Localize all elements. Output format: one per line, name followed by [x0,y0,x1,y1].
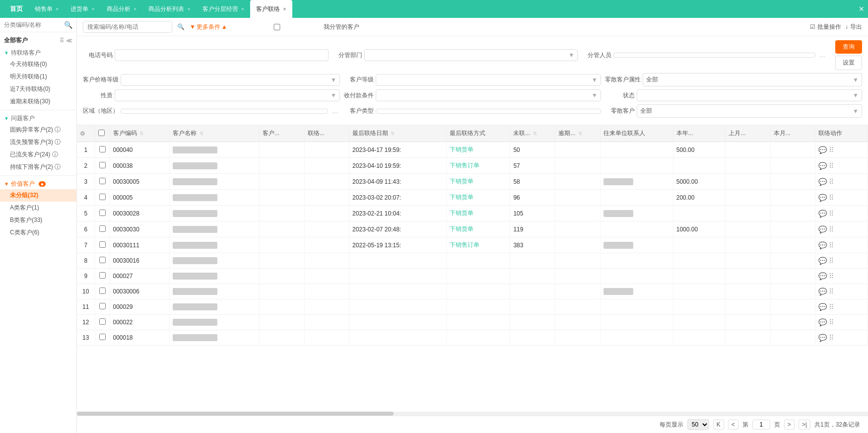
sidebar-item-7days[interactable]: 近7天待联络(0) [0,83,76,95]
query-button[interactable]: 查询 [835,40,862,54]
chat-icon[interactable]: 💬 [818,288,827,295]
grid-action-icon[interactable]: ⠿ [829,303,834,311]
cell-check[interactable] [95,330,110,346]
filter-select-scatter-customer[interactable]: 全部 ▼ [637,104,862,118]
sidebar-item-today[interactable]: 今天待联络(0) [0,58,76,71]
row-checkbox[interactable] [99,257,106,263]
th-code[interactable]: 客户编码 ⇅ [110,125,170,142]
cell-check[interactable] [95,315,110,330]
my-customers-checkbox-label[interactable]: 我分管的客户 [232,23,359,31]
close-customer-segment-tab[interactable]: × [241,6,244,12]
my-customers-checkbox[interactable] [232,24,322,30]
chat-icon[interactable]: 💬 [818,272,827,280]
filter-select-dept[interactable]: ▼ [364,49,578,61]
filter-select-customer-level[interactable]: ▼ [376,74,601,86]
sidebar-item-overdue[interactable]: 逾期未联络(30) [0,95,76,108]
th-uncontacted[interactable]: 未联... ⇅ [510,125,555,142]
more-conditions-btn[interactable]: ▼ 更多条件 ▲ [190,23,227,31]
grid-action-icon[interactable]: ⠿ [829,318,834,326]
close-product-analysis-tab[interactable]: × [134,6,136,12]
horizontal-scrollbar[interactable] [77,412,868,416]
th-this-year[interactable]: 本年... [673,125,726,142]
sidebar-item-group-b[interactable]: B类客户(33) [0,214,76,226]
export-btn[interactable]: ↓ 导出 [845,23,862,31]
filter-select-scatter-attr[interactable]: 全部 ▼ [643,73,862,86]
th-overdue[interactable]: 逾期... ⇅ [555,125,601,142]
select-all-checkbox[interactable] [98,130,105,136]
chat-icon[interactable]: 💬 [818,334,827,342]
th-type[interactable]: 客户... [260,125,304,142]
tab-product-analysis-list[interactable]: 商品分析列表 × [142,0,196,18]
grid-action-icon[interactable]: ⠿ [829,288,834,295]
th-last-month[interactable]: 上月... [726,125,770,142]
sidebar-group-problem-customers[interactable]: ▼ 问题客户 [0,112,76,124]
tab-product-analysis[interactable]: 商品分析 × [101,0,142,18]
batch-operation-btn[interactable]: ☑ 批量操作 [810,23,841,31]
th-check[interactable] [95,125,110,142]
sidebar-item-group-a[interactable]: A类客户(1) [0,202,76,214]
last-page-btn[interactable]: >| [799,420,810,430]
row-checkbox[interactable] [99,272,106,279]
row-checkbox[interactable] [99,318,106,325]
sidebar-collapse-icon[interactable]: ≪ [66,37,72,44]
grid-action-icon[interactable]: ⠿ [829,272,834,280]
th-last-contact-method[interactable]: 最后联络方式 [447,125,510,142]
reset-button[interactable]: 设置 [835,56,862,70]
tab-sales[interactable]: 销售单 × [29,0,65,18]
sidebar-group-value-customers[interactable]: ▼ 价值客户 ● [0,178,76,189]
search-icon[interactable]: 🔍 [177,23,185,30]
page-number-input[interactable] [752,420,770,430]
filter-select-nature[interactable]: ▼ [115,89,340,101]
grid-action-icon[interactable]: ⠿ [829,257,834,265]
grid-action-icon[interactable]: ⠿ [829,162,834,170]
sidebar-item-group-c[interactable]: C类客户(6) [0,226,76,239]
method-link[interactable]: 下销货单 [450,225,473,232]
method-link[interactable]: 下销货单 [450,178,473,185]
per-page-select[interactable]: 50 [687,419,709,430]
filter-select-price-level[interactable]: ▼ [121,74,340,86]
sidebar-all-customers[interactable]: 全部客户 ⠿ ≪ [0,32,76,47]
cell-check[interactable] [95,221,110,237]
close-sales-tab[interactable]: × [56,6,59,12]
chat-icon[interactable]: 💬 [818,241,827,249]
sidebar-item-lost[interactable]: 已流失客户(24) ⓘ [0,148,76,161]
chat-icon[interactable]: 💬 [818,178,827,186]
row-checkbox[interactable] [99,210,106,216]
row-checkbox[interactable] [99,241,106,248]
filter-select-payment-terms[interactable]: ▼ [376,89,601,101]
cell-check[interactable] [95,158,110,174]
chat-icon[interactable]: 💬 [818,318,827,326]
cell-check[interactable] [95,237,110,253]
tab-purchase[interactable]: 进货单 × [65,0,100,18]
tab-customer-contact[interactable]: 客户联络 × [250,0,292,18]
tab-home[interactable]: 首页 [4,0,29,18]
tab-customer-segment[interactable]: 客户分层经营 × [197,0,250,18]
row-checkbox[interactable] [99,178,106,184]
chat-icon[interactable]: 💬 [818,162,827,170]
grid-action-icon[interactable]: ⠿ [829,225,834,233]
row-checkbox[interactable] [99,334,106,340]
method-link[interactable]: 下销货单 [450,210,473,216]
method-link[interactable]: 下销货单 [450,194,473,201]
cell-check[interactable] [95,142,110,158]
close-customer-contact-tab[interactable]: × [283,6,286,12]
sidebar-item-churn-risk[interactable]: 流失预警客户(3) ⓘ [0,136,76,148]
th-this-month[interactable]: 本月... [770,125,815,142]
gear-icon[interactable]: ⚙ [80,130,85,137]
filter-select-region[interactable] [121,109,328,114]
chat-icon[interactable]: 💬 [818,146,827,154]
close-all-btn[interactable]: × [859,4,864,14]
grid-action-icon[interactable]: ⠿ [829,334,834,342]
chat-icon[interactable]: 💬 [818,210,827,217]
sidebar-item-abnormal-purchase[interactable]: 固购异常客户(2) ⓘ [0,124,76,136]
scrollbar-thumb[interactable] [77,412,394,416]
cell-check[interactable] [95,284,110,299]
th-name[interactable]: 客户名称 ⇅ [170,125,260,142]
row-checkbox[interactable] [99,288,106,294]
th-gear[interactable]: ⚙ [77,125,95,142]
th-contact-person[interactable]: 往来单位联系人 [601,125,673,142]
sidebar-search-input[interactable] [4,21,64,28]
filter-select-person[interactable] [613,53,815,58]
chat-icon[interactable]: 💬 [818,194,827,202]
method-link[interactable]: 下销售订单 [450,241,479,248]
